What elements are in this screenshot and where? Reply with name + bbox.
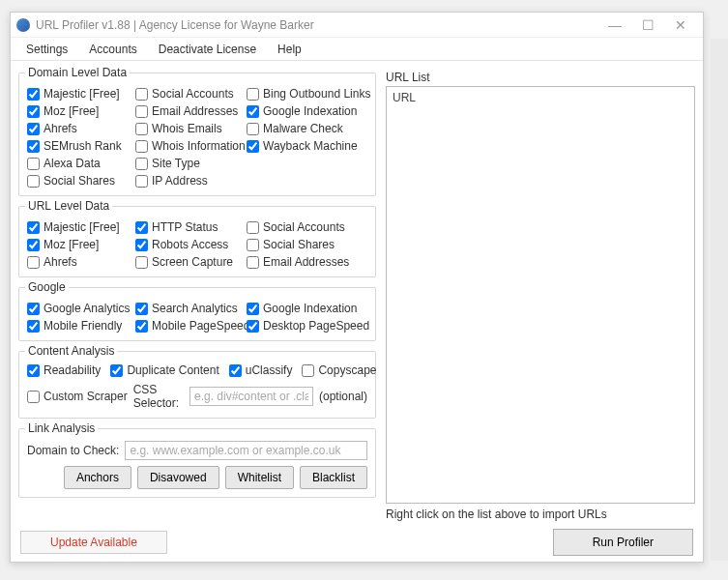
checkbox-majestic-free[interactable]: Majestic [Free] [27,87,135,101]
checkbox-http-status[interactable]: HTTP Status [135,220,247,234]
checkbox-social-accounts[interactable]: Social Accounts [135,87,247,101]
blacklist-button[interactable]: Blacklist [300,466,367,489]
checkbox-input-social-accounts[interactable] [135,88,148,101]
checkbox-label-google-indexation: Google Indexation [263,104,357,118]
checkbox-bing-outbound-links[interactable]: Bing Outbound Links [247,87,372,101]
checkbox-whois-information[interactable]: Whois Information [135,139,247,153]
checkbox-moz-free[interactable]: Moz [Free] [27,104,135,118]
menu-settings[interactable]: Settings [16,40,77,59]
checkbox-alexa-data[interactable]: Alexa Data [27,157,135,170]
css-selector-input[interactable] [189,387,313,406]
checkbox-desktop-pagespeed[interactable]: Desktop PageSpeed [247,319,372,333]
run-profiler-button[interactable]: Run Profiler [553,529,693,556]
checkbox-google-indexation[interactable]: Google Indexation [247,104,372,118]
minimize-button[interactable]: — [598,14,631,36]
checkbox-input-desktop-pagespeed[interactable] [247,320,259,333]
checkbox-input-google-indexation[interactable] [247,303,259,315]
checkbox-input-social-shares[interactable] [247,239,259,251]
menu-deactivate-license[interactable]: Deactivate License [149,40,266,59]
checkbox-input-robots-access[interactable] [135,239,148,251]
disavowed-button[interactable]: Disavowed [137,466,219,489]
checkbox-input-screen-capture[interactable] [135,256,148,269]
checkbox-label-search-analytics: Search Analytics [152,302,238,315]
menu-help[interactable]: Help [268,40,311,59]
checkbox-whois-emails[interactable]: Whois Emails [135,122,247,135]
checkbox-label-majestic-free: Majestic [Free] [44,87,120,101]
maximize-button[interactable]: ☐ [631,14,664,36]
checkbox-input-semrush-rank[interactable] [27,140,40,153]
update-available-button[interactable]: Update Available [20,531,167,554]
checkbox-wayback-machine[interactable]: Wayback Machine [247,139,372,153]
checkbox-majestic-free[interactable]: Majestic [Free] [27,220,135,234]
checkbox-google-indexation[interactable]: Google Indexation [247,302,372,315]
checkbox-input-majestic-free[interactable] [27,88,40,101]
checkbox-input-social-accounts[interactable] [247,221,259,234]
checkbox-search-analytics[interactable]: Search Analytics [135,302,247,315]
checkbox-label-mobile-pagespeed: Mobile PageSpeed [152,319,249,333]
checkbox-input-alexa-data[interactable] [27,158,40,170]
checkbox-input-google-indexation[interactable] [247,105,259,118]
checkbox-ahrefs[interactable]: Ahrefs [27,255,135,269]
checkbox-readability[interactable]: Readability [27,363,101,377]
checkbox-input-duplicate-content[interactable] [110,364,123,377]
checkbox-input-majestic-free[interactable] [27,221,40,234]
checkbox-mobile-pagespeed[interactable]: Mobile PageSpeed [135,319,247,333]
checkbox-label-screen-capture: Screen Capture [152,255,233,269]
checkbox-input-social-shares[interactable] [27,175,40,188]
group-link-analysis: Link Analysis Domain to Check: AnchorsDi… [18,428,376,498]
checkbox-label-uclassify: uClassify [246,363,293,377]
checkbox-site-type[interactable]: Site Type [135,157,247,170]
checkbox-malware-check[interactable]: Malware Check [247,122,372,135]
checkbox-input-bing-outbound-links[interactable] [247,88,259,101]
titlebar: URL Profiler v1.88 | Agency License for … [11,13,703,38]
domain-to-check-input[interactable] [125,441,367,460]
checkbox-email-addresses[interactable]: Email Addresses [135,104,247,118]
checkbox-screen-capture[interactable]: Screen Capture [135,255,247,269]
checkbox-input-email-addresses[interactable] [247,256,259,269]
anchors-button[interactable]: Anchors [64,466,131,489]
checkbox-input-wayback-machine[interactable] [247,140,259,153]
checkbox-social-shares[interactable]: Social Shares [27,174,135,188]
checkbox-mobile-friendly[interactable]: Mobile Friendly [27,319,135,333]
checkbox-input-ahrefs[interactable] [27,256,40,269]
checkbox-robots-access[interactable]: Robots Access [135,238,247,251]
checkbox-input-whois-information[interactable] [135,140,148,153]
checkbox-social-accounts[interactable]: Social Accounts [247,220,372,234]
checkbox-social-shares[interactable]: Social Shares [247,238,372,251]
checkbox-duplicate-content[interactable]: Duplicate Content [110,363,218,377]
checkbox-google-analytics[interactable]: Google Analytics [27,302,135,315]
checkbox-label-http-status: HTTP Status [152,220,218,234]
menu-accounts[interactable]: Accounts [79,40,146,59]
checkbox-input-mobile-pagespeed[interactable] [135,320,148,333]
checkbox-label-wayback-machine: Wayback Machine [263,139,358,153]
checkbox-input-malware-check[interactable] [247,123,259,135]
url-list[interactable]: URL [386,86,695,504]
checkbox-input-ahrefs[interactable] [27,123,40,135]
checkbox-semrush-rank[interactable]: SEMrush Rank [27,139,135,153]
checkbox-input-http-status[interactable] [135,221,148,234]
checkbox-input-site-type[interactable] [135,158,148,170]
checkbox-input-ip-address[interactable] [135,175,148,188]
checkbox-input-uclassify[interactable] [229,364,242,377]
checkbox-uclassify[interactable]: uClassify [229,363,293,377]
checkbox-input-moz-free[interactable] [27,105,40,118]
checkbox-input-whois-emails[interactable] [135,123,148,135]
checkbox-custom-scraper[interactable]: Custom Scraper [27,390,128,403]
checkbox-ahrefs[interactable]: Ahrefs [27,122,135,135]
checkbox-moz-free[interactable]: Moz [Free] [27,238,135,251]
checkbox-copyscape[interactable]: Copyscape [302,363,376,377]
checkbox-input-mobile-friendly[interactable] [27,320,40,333]
legend-content: Content Analysis [25,344,117,358]
checkbox-input-copyscape[interactable] [302,364,314,377]
checkbox-ip-address[interactable]: IP Address [135,174,247,188]
legend-google: Google [25,280,69,294]
checkbox-input-moz-free[interactable] [27,239,40,251]
checkbox-input-google-analytics[interactable] [27,303,40,315]
whitelist-button[interactable]: Whitelist [225,466,294,489]
checkbox-input-email-addresses[interactable] [135,105,148,118]
checkbox-email-addresses[interactable]: Email Addresses [247,255,372,269]
custom-scraper-input[interactable] [27,391,40,403]
checkbox-input-search-analytics[interactable] [135,303,148,315]
checkbox-input-readability[interactable] [27,364,40,377]
close-button[interactable]: ✕ [664,14,697,36]
